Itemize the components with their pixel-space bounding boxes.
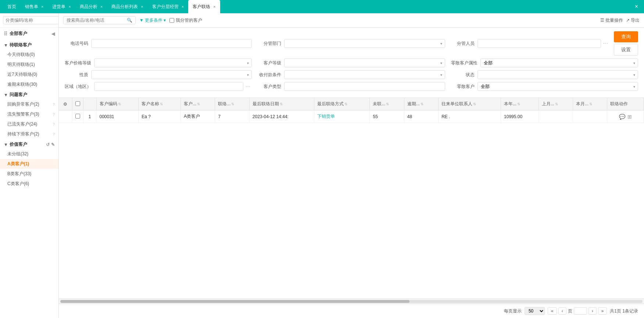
sidebar-item-class-c[interactable]: C类客户(6) [0,179,58,189]
more-conditions-btn[interactable]: ▼ 更多条件 ▾ [139,17,166,24]
sidebar-item-overdue[interactable]: 逾期未联络(30) [0,80,58,89]
scrollbar-track[interactable] [60,300,643,303]
sidebar-group-pending[interactable]: ▼ 待联络客户 [0,40,58,50]
col-unit-contact-sort[interactable]: ⇅ [473,102,476,106]
af-person-more[interactable]: ··· [602,40,609,47]
col-code[interactable]: 客户编码⇅ [96,98,139,110]
sidebar-item-repurchase-abnormal[interactable]: 回购异常客户(2) ? [0,99,58,109]
select-all-checkbox[interactable] [75,101,80,106]
col-last-month[interactable]: 上月...⇅ [539,98,573,110]
help-icon3[interactable]: ? [53,122,55,127]
tab-analysis-list-close[interactable]: × [141,0,143,13]
af-status-select[interactable] [477,70,638,79]
sidebar-item-7days[interactable]: 近7天待联络(0) [0,70,58,80]
col-last-method[interactable]: 最后联络方式⇅ [314,98,370,110]
col-type-sort[interactable]: ⇅ [197,102,200,106]
nav-tab-purchase[interactable]: 进货单 × [48,0,75,13]
chat-icon[interactable]: 💬 [619,114,625,120]
col-overdue[interactable]: 逾期...⇅ [404,98,438,110]
col-this-month-sort[interactable]: ⇅ [589,102,592,106]
col-settings[interactable]: ⚙ [59,98,72,110]
last-page-btn[interactable]: » [598,307,607,315]
col-no-contact[interactable]: 未联...⇅ [370,98,404,110]
nav-tab-analysis[interactable]: 商品分析 × [75,0,107,13]
col-contact-sort[interactable]: ⇅ [231,102,234,106]
row-last-method[interactable]: 下销货单 [317,114,335,119]
col-last-date[interactable]: 最后联络日期⇅ [249,98,314,110]
horizontal-scrollbar[interactable] [59,298,644,304]
help-icon2[interactable]: ? [53,112,55,117]
nav-home[interactable]: 首页 [3,0,21,13]
col-overdue-sort[interactable]: ⇅ [421,102,423,106]
qr-icon[interactable]: ⊞ [627,114,632,120]
sidebar-item-class-b[interactable]: B类客户(33) [0,169,58,179]
col-this-year-sort[interactable]: ⇅ [517,102,520,106]
prev-page-btn[interactable]: ‹ [558,307,566,315]
my-customers-checkbox-label[interactable]: 我分管的客户 [169,17,202,24]
page-input[interactable]: 1 [574,307,587,315]
my-customers-checkbox[interactable] [169,18,174,23]
col-no-contact-sort[interactable]: ⇅ [386,102,389,106]
sidebar-item-declining[interactable]: 持续下滑客户(2) ? [0,129,58,139]
tab-analysis-close[interactable]: × [100,0,103,13]
sidebar-all-customers-title[interactable]: ⠿ 全部客户 ◀ [0,28,58,40]
row-checkbox[interactable] [75,114,80,119]
tab-purchase-close[interactable]: × [68,0,71,13]
settings-button[interactable]: 设置 [614,44,638,56]
help-icon1[interactable]: ? [53,102,55,107]
af-region-input[interactable] [94,82,243,91]
col-this-year[interactable]: 本年...⇅ [501,98,539,110]
af-retail-attr-select[interactable]: 全部 [480,59,638,67]
tab-sales-close[interactable]: × [41,0,43,13]
edit-icon[interactable]: ✎ [51,142,55,147]
af-ctype-input[interactable] [284,82,445,91]
tab-customer-tier-close[interactable]: × [182,0,184,13]
sidebar-collapse-icon[interactable]: ◀ [51,31,55,36]
col-type[interactable]: 客户...⇅ [181,98,215,110]
query-button[interactable]: 查询 [614,31,638,42]
tab-customer-contact-close[interactable]: × [213,0,215,13]
sidebar-group-value[interactable]: ▼ 价值客户 ↺ ✎ [0,139,58,149]
export-btn[interactable]: ↗ 导出 [626,17,640,24]
nav-close-all[interactable]: × [632,3,641,10]
nav-tab-customer-contact[interactable]: 客户联络 × [188,0,220,13]
col-code-sort[interactable]: ⇅ [118,102,121,106]
per-page-select[interactable]: 50 100 [525,307,545,315]
af-person-input[interactable] [477,39,601,48]
batch-ops-btn[interactable]: ☰ 批量操作 [600,17,623,24]
col-name-sort[interactable]: ⇅ [160,102,163,106]
col-contact[interactable]: 联络...⇅ [215,98,249,110]
col-last-date-sort[interactable]: ⇅ [280,102,283,106]
sidebar-item-churned[interactable]: 已流失客户(24) ? [0,119,58,129]
sidebar-group-problem[interactable]: ▼ 问题客户 [0,89,58,99]
nav-tab-customer-tier[interactable]: 客户分层经营 × [148,0,188,13]
sidebar-item-unclassified[interactable]: 未分组(32) [0,149,58,159]
col-this-month[interactable]: 本月...⇅ [573,98,607,110]
af-payment-select[interactable] [284,70,445,79]
af-price-grade-select[interactable] [94,59,252,67]
af-grade-select[interactable] [284,59,445,67]
sidebar-search-input[interactable] [3,16,59,24]
next-page-btn[interactable]: › [588,307,597,315]
scrollbar-thumb[interactable] [60,300,409,303]
af-phone-input[interactable] [91,39,252,48]
col-unit-contact[interactable]: 往来单位联系人⇅ [439,98,501,110]
nav-tab-sales[interactable]: 销售单 × [21,0,48,13]
col-last-month-sort[interactable]: ⇅ [555,102,558,106]
af-nature-select[interactable] [91,70,252,79]
sidebar-item-tomorrow[interactable]: 明天待联络(1) [0,60,58,70]
filter-search-icon[interactable]: 🔍 [127,18,132,23]
help-icon4[interactable]: ? [53,132,55,137]
af-retail-select[interactable]: 全部 [477,82,638,91]
refresh-icon[interactable]: ↺ [46,142,50,147]
first-page-btn[interactable]: « [548,307,557,315]
af-region-more[interactable]: ··· [244,83,252,90]
sidebar-item-churn-warning[interactable]: 流失预警客户(3) ? [0,109,58,119]
filter-search-input[interactable] [67,18,125,23]
sidebar-item-class-a[interactable]: A类客户(1) [0,159,58,169]
nav-tab-analysis-list[interactable]: 商品分析列表 × [107,0,147,13]
af-dept-select[interactable] [284,39,445,48]
sidebar-item-today[interactable]: 今天待联络(0) [0,50,58,60]
col-last-method-sort[interactable]: ⇅ [344,102,347,106]
col-name[interactable]: 客户名称⇅ [139,98,181,110]
